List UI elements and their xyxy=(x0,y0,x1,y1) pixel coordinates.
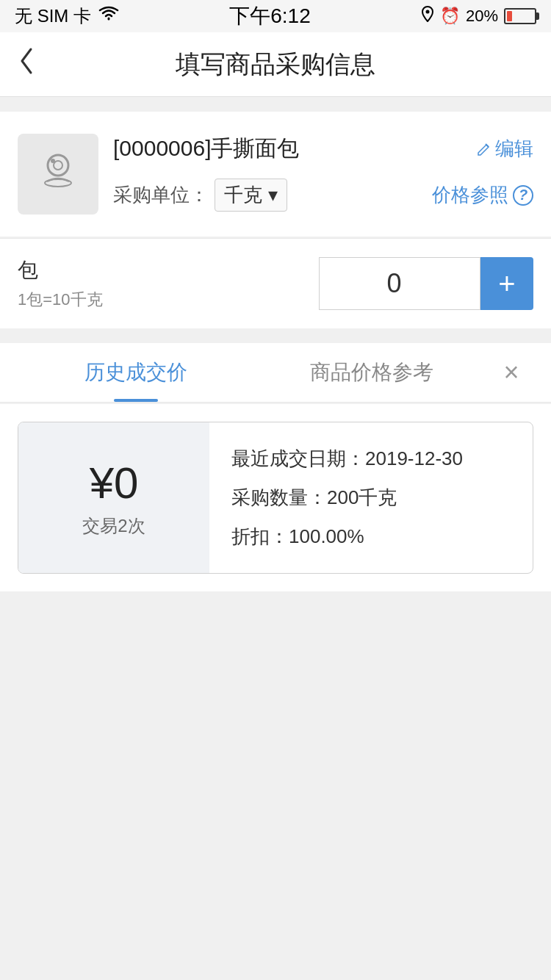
price-ref-label: 价格参照 xyxy=(432,182,508,208)
status-left: 无 SIM 卡 xyxy=(15,4,119,28)
product-image xyxy=(32,145,84,204)
price-card-left: ¥0 交易2次 xyxy=(18,422,209,573)
battery-icon xyxy=(504,8,536,24)
price-amount: ¥0 xyxy=(90,458,139,508)
quantity-section: 包 1包=10千克 + xyxy=(0,238,551,328)
unit-label: 采购单位： xyxy=(113,182,209,208)
svg-point-2 xyxy=(54,161,62,170)
quantity-plus-button[interactable]: + xyxy=(480,257,533,310)
price-value: 0 xyxy=(114,458,138,508)
price-card-container: ¥0 交易2次 最近成交日期：2019-12-30 采购数量：200千克 折扣：… xyxy=(0,404,551,591)
svg-point-1 xyxy=(48,155,68,176)
tab-history-label: 历史成交价 xyxy=(84,359,187,386)
quantity-detail-value: 200千克 xyxy=(327,486,397,508)
alarm-icon: ⏰ xyxy=(440,7,460,26)
carrier-text: 无 SIM 卡 xyxy=(15,4,91,28)
back-button[interactable] xyxy=(18,46,35,82)
quantity-label-group: 包 1包=10千克 xyxy=(18,256,103,311)
unit-value: 千克 xyxy=(224,182,262,208)
product-name: [0000006]手撕面包 xyxy=(113,134,299,164)
status-bar: 无 SIM 卡 下午6:12 ⏰ 20% xyxy=(0,0,551,32)
quantity-input-group: + xyxy=(319,257,533,310)
svg-point-4 xyxy=(45,179,71,187)
date-label: 最近成交日期： xyxy=(231,447,365,469)
currency-symbol: ¥ xyxy=(90,458,114,508)
dropdown-arrow-icon: ▾ xyxy=(268,184,278,206)
price-reference-button[interactable]: 价格参照 ? xyxy=(432,182,533,208)
edit-button[interactable]: 编辑 xyxy=(476,136,533,162)
price-detail-discount: 折扣：100.00% xyxy=(231,522,511,551)
status-time: 下午6:12 xyxy=(229,2,311,30)
date-value: 2019-12-30 xyxy=(365,447,463,469)
location-icon xyxy=(421,6,434,26)
wifi-icon xyxy=(98,6,119,26)
product-section: [0000006]手撕面包 编辑 采购单位： 千克 ▾ xyxy=(0,112,551,237)
quantity-label: 采购数量： xyxy=(231,486,327,508)
price-ref-help-icon: ? xyxy=(513,185,533,206)
discount-label: 折扣： xyxy=(231,525,289,547)
main-content: [0000006]手撕面包 编辑 采购单位： 千克 ▾ xyxy=(0,112,551,980)
quantity-unit: 包 xyxy=(18,256,103,284)
status-right: ⏰ 20% xyxy=(421,6,536,26)
price-card: ¥0 交易2次 最近成交日期：2019-12-30 采购数量：200千克 折扣：… xyxy=(18,422,533,574)
unit-row: 采购单位： 千克 ▾ 价格参照 ? xyxy=(113,179,533,212)
battery-percent: 20% xyxy=(466,7,498,26)
tab-product-label: 商品价格参考 xyxy=(310,359,433,386)
unit-select[interactable]: 千克 ▾ xyxy=(215,179,287,212)
product-thumbnail xyxy=(18,134,98,215)
svg-point-3 xyxy=(51,159,55,163)
edit-label: 编辑 xyxy=(495,136,533,162)
price-detail-quantity: 采购数量：200千克 xyxy=(231,483,511,512)
trade-count: 交易2次 xyxy=(82,514,145,538)
price-detail-date: 最近成交日期：2019-12-30 xyxy=(231,444,511,473)
svg-point-0 xyxy=(425,10,429,14)
close-tab-button[interactable]: × xyxy=(489,350,533,394)
tab-history-price[interactable]: 历史成交价 xyxy=(18,343,253,402)
tab-product-price[interactable]: 商品价格参考 xyxy=(253,343,489,402)
discount-value: 100.00% xyxy=(289,525,364,547)
nav-bar: 填写商品采购信息 xyxy=(0,32,551,97)
tab-bar: 历史成交价 商品价格参考 × xyxy=(0,343,551,403)
battery-fill xyxy=(507,11,512,21)
price-card-right: 最近成交日期：2019-12-30 采购数量：200千克 折扣：100.00% xyxy=(209,422,533,573)
product-name-row: [0000006]手撕面包 编辑 xyxy=(113,134,533,164)
quantity-input[interactable] xyxy=(319,257,480,310)
quantity-conversion: 1包=10千克 xyxy=(18,289,103,311)
page-title: 填写商品采购信息 xyxy=(176,48,375,82)
product-info: [0000006]手撕面包 编辑 采购单位： 千克 ▾ xyxy=(113,134,533,212)
product-row: [0000006]手撕面包 编辑 采购单位： 千克 ▾ xyxy=(18,134,533,215)
